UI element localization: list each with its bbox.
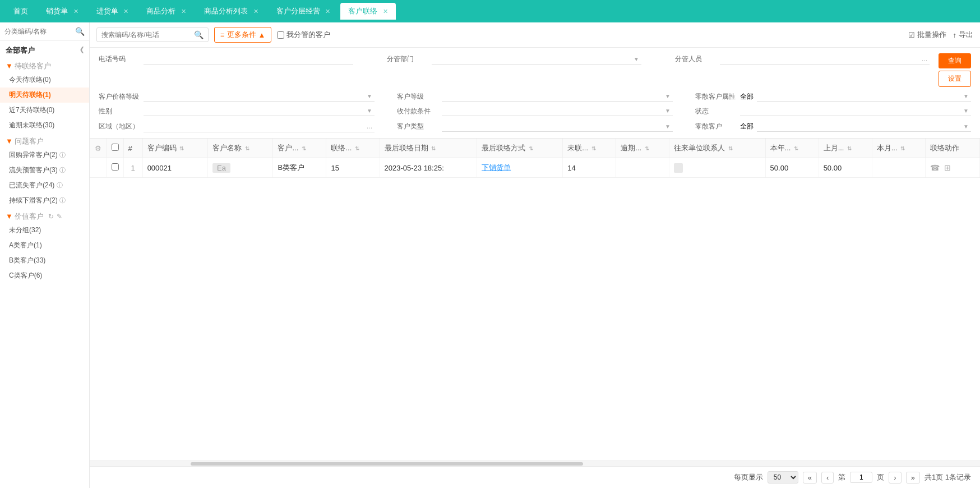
sidebar-item-c-class[interactable]: C类客户(6) — [0, 268, 89, 283]
col-unit-contacts[interactable]: 往来单位联系人 ⇅ — [669, 139, 765, 158]
filter-status: 状态 ▼ — [695, 106, 971, 116]
sidebar-item-7days[interactable]: 近7天待联络(0) — [0, 103, 89, 118]
next-page-btn[interactable]: › — [889, 472, 901, 484]
batch-btn[interactable]: ☑ 批量操作 — [908, 30, 946, 40]
customer-level-label: 客户等级 — [397, 92, 442, 102]
nav-sales[interactable]: 销货单 ✕ — [38, 3, 86, 20]
col-type[interactable]: 客户... ⇅ — [273, 139, 326, 158]
nav-home[interactable]: 首页 — [6, 3, 36, 20]
gender-select[interactable]: ▼ — [144, 106, 375, 116]
row-this-year: 50.00 — [765, 158, 819, 178]
price-level-select[interactable]: ▼ — [144, 91, 375, 102]
col-not-contacted[interactable]: 未联... ⇅ — [563, 139, 616, 158]
customer-level-select[interactable]: ▼ — [442, 91, 673, 102]
total-label: 共1页 1条记录 — [924, 472, 971, 482]
page-unit: 页 — [877, 472, 884, 482]
filter-payment: 收付款条件 ▼ — [397, 106, 673, 116]
payment-select[interactable]: ▼ — [442, 106, 673, 116]
last-method-link[interactable]: 下销货单 — [482, 163, 511, 172]
region-select[interactable]: ... — [144, 121, 375, 132]
col-code[interactable]: 客户编码 ⇅ — [142, 139, 207, 158]
nav-purchase[interactable]: 进货单 ✕ — [89, 3, 137, 20]
status-select[interactable]: ▼ — [740, 106, 971, 116]
col-contacts[interactable]: 联络... ⇅ — [326, 139, 380, 158]
retail-attr-select[interactable]: ▼ — [757, 91, 971, 102]
row-not-contacted: 14 — [563, 158, 616, 178]
sidebar-item-today[interactable]: 今天待联络(0) — [0, 72, 89, 88]
reset-btn[interactable]: 设置 — [939, 71, 971, 87]
sort-this-year-icon: ⇅ — [794, 145, 798, 151]
sidebar-item-churn-warning[interactable]: 流失预警客户(3) ⓘ — [0, 163, 89, 178]
nav-product-analysis-list[interactable]: 商品分析列表 ✕ — [196, 3, 266, 20]
sidebar-item-ungrouped[interactable]: 未分组(32) — [0, 223, 89, 238]
close-purchase-icon[interactable]: ✕ — [123, 8, 128, 15]
sidebar-search-input[interactable] — [4, 27, 75, 35]
row-type: B类客户 — [273, 158, 326, 178]
customer-table: ⚙ # 客户编码 ⇅ 客户名称 ⇅ 客户... ⇅ 联络... ⇅ 最后联络日期… — [90, 139, 980, 178]
dept-select[interactable]: ▼ — [432, 54, 641, 65]
filter-customer-level: 客户等级 ▼ — [397, 91, 673, 102]
prev-page-btn[interactable]: ‹ — [821, 472, 834, 484]
close-customer-tier-icon[interactable]: ✕ — [325, 8, 330, 15]
person-select[interactable]: ... — [720, 53, 930, 65]
filter-row-4: 区域（地区） ... 客户类型 ▼ 零散客户 全部 — [99, 121, 971, 132]
retail-customer-select[interactable]: ▼ — [757, 122, 971, 132]
sort-overdue-icon: ⇅ — [645, 145, 649, 151]
horizontal-scrollbar[interactable] — [90, 461, 980, 466]
gender-label: 性别 — [99, 107, 144, 116]
close-customer-contact-icon[interactable]: ✕ — [383, 8, 388, 15]
export-btn[interactable]: ↑ 导出 — [953, 30, 974, 40]
sidebar-search-icon[interactable]: 🔍 — [75, 27, 85, 36]
sidebar-item-declining[interactable]: 持续下滑客户(2) ⓘ — [0, 193, 89, 208]
sidebar-item-a-class[interactable]: A类客户(1) — [0, 238, 89, 253]
col-this-year[interactable]: 本年... ⇅ — [765, 139, 819, 158]
col-last-month[interactable]: 上月... ⇅ — [819, 139, 872, 158]
search-input[interactable] — [101, 31, 194, 39]
col-last-date[interactable]: 最后联络日期 ⇅ — [380, 139, 477, 158]
nav-customer-tier[interactable]: 客户分层经营 ✕ — [269, 3, 339, 20]
close-product-analysis-list-icon[interactable]: ✕ — [253, 8, 258, 15]
status-label: 状态 — [695, 107, 740, 116]
sidebar-item-churned[interactable]: 已流失客户(24) ⓘ — [0, 178, 89, 193]
col-checkbox — [107, 139, 123, 158]
page-label: 第 — [838, 472, 845, 482]
action-phone-icon[interactable]: ☎ — [930, 163, 940, 172]
row-settings — [90, 158, 107, 178]
row-last-method[interactable]: 下销货单 — [477, 158, 563, 178]
action-grid-icon[interactable]: ⊞ — [944, 163, 951, 172]
filter-more-btn[interactable]: ≡ 更多条件 ▲ — [214, 27, 271, 43]
my-customers-check[interactable] — [277, 31, 284, 39]
col-action: 联络动作 — [925, 139, 979, 158]
col-settings[interactable]: ⚙ — [90, 139, 107, 158]
sidebar-item-tomorrow[interactable]: 明天待联络(1) — [0, 88, 89, 103]
close-sales-icon[interactable]: ✕ — [73, 8, 78, 15]
customer-type-select[interactable]: ▼ — [442, 122, 673, 132]
col-name[interactable]: 客户名称 ⇅ — [208, 139, 273, 158]
col-overdue[interactable]: 逾期... ⇅ — [616, 139, 669, 158]
query-btn[interactable]: 查询 — [939, 53, 971, 68]
collapse-icon[interactable]: 《 — [76, 45, 84, 56]
last-page-btn[interactable]: » — [906, 472, 920, 484]
sort-type-icon: ⇅ — [302, 145, 306, 151]
sort-last-method-icon: ⇅ — [529, 145, 533, 151]
my-customers-checkbox[interactable]: 我分管的客户 — [277, 30, 330, 40]
col-last-method[interactable]: 最后联络方式 ⇅ — [477, 139, 563, 158]
top-nav: 首页 销货单 ✕ 进货单 ✕ 商品分析 ✕ 商品分析列表 ✕ 客户分层经营 ✕ … — [0, 0, 980, 22]
sidebar-item-b-class[interactable]: B类客户(33) — [0, 253, 89, 268]
page-input[interactable] — [850, 472, 872, 483]
scroll-thumb[interactable] — [191, 462, 583, 466]
per-page-select[interactable]: 50 100 200 — [768, 471, 798, 484]
sidebar-item-repurchase-abnormal[interactable]: 回购异常客户(2) ⓘ — [0, 148, 89, 163]
sidebar-item-overdue[interactable]: 逾期未联络(30) — [0, 118, 89, 133]
select-all-checkbox[interactable] — [112, 144, 119, 151]
nav-customer-contact[interactable]: 客户联络 ✕ — [340, 3, 396, 20]
nav-product-analysis[interactable]: 商品分析 ✕ — [138, 3, 194, 20]
col-this-month[interactable]: 本月... ⇅ — [872, 139, 925, 158]
row-last-month: 50.00 — [819, 158, 872, 178]
search-icon[interactable]: 🔍 — [194, 30, 204, 39]
phone-input[interactable] — [144, 53, 353, 65]
first-page-btn[interactable]: « — [803, 472, 817, 484]
row-select-checkbox[interactable] — [112, 163, 119, 171]
close-product-analysis-icon[interactable]: ✕ — [181, 8, 186, 15]
checkbox-icon: ☑ — [908, 31, 915, 39]
